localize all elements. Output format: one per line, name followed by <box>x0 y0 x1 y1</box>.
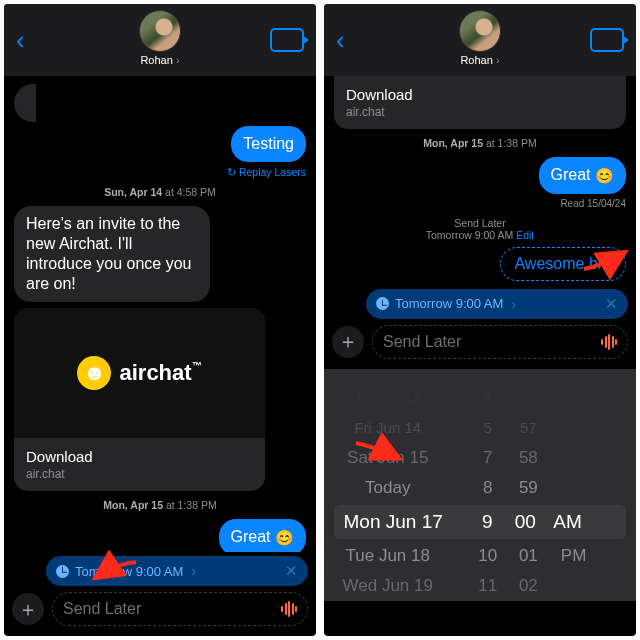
phone-left: ‹ Rohan Testing Replay Lasers Sun, Apr 1… <box>4 4 316 636</box>
facetime-icon[interactable] <box>590 28 624 52</box>
cancel-schedule-icon[interactable]: ✕ <box>605 295 618 313</box>
phone-right: ‹ Rohan Download air.chat Mon, Apr 15 at… <box>324 4 636 636</box>
airchat-wordmark: airchat™ <box>119 360 201 386</box>
cropped-bubble <box>14 84 36 122</box>
contact-name: Rohan <box>140 54 179 66</box>
smile-emoji-icon: 😊 <box>275 529 294 546</box>
schedule-chip[interactable]: Tomorrow 9:00 AM › ✕ <box>366 289 628 319</box>
smile-emoji-icon: 😊 <box>595 167 614 184</box>
message-scroll[interactable]: Download air.chat Mon, Apr 15 at 1:38 PM… <box>324 76 636 285</box>
replay-effect-link[interactable]: Replay Lasers <box>14 166 306 178</box>
schedule-chip-label: Tomorrow 9:00 AM <box>395 296 503 311</box>
avatar <box>459 10 501 52</box>
back-icon[interactable]: ‹ <box>336 25 345 56</box>
compose-area: Tomorrow 9:00 AM › ✕ ＋ Send Later <box>324 285 636 369</box>
input-placeholder: Send Later <box>63 600 141 618</box>
compose-area: Tomorrow 9:00 AM › ✕ ＋ Send Later <box>4 552 316 636</box>
send-later-header: Send Later Tomorrow 9:00 AM Edit <box>334 217 626 241</box>
read-receipt: Read 15/04/24 <box>334 198 626 209</box>
timestamp: Mon, Apr 15 at 1:38 PM <box>334 137 626 149</box>
contact-name: Rohan <box>460 54 499 66</box>
link-domain: air.chat <box>346 105 614 119</box>
picker-row[interactable]: Thu Jun 13456 <box>324 383 636 413</box>
link-title: Download <box>26 448 253 465</box>
picker-row[interactable]: Mon Jun 17900AM <box>334 505 626 539</box>
picker-row[interactable]: Tue Jun 181001PM <box>324 541 636 571</box>
schedule-chip[interactable]: Tomorrow 9:00 AM › ✕ <box>46 556 308 586</box>
link-domain: air.chat <box>26 467 253 481</box>
facetime-icon[interactable] <box>270 28 304 52</box>
message-input[interactable]: Send Later <box>372 325 628 359</box>
chevron-right-icon: › <box>511 296 516 312</box>
contact-block[interactable]: Rohan <box>139 10 181 66</box>
scheduled-message-bubble[interactable]: Awesome bro <box>334 247 626 281</box>
picker-row[interactable]: Today859 <box>324 473 636 503</box>
schedule-chip-label: Tomorrow 9:00 AM <box>75 564 183 579</box>
back-icon[interactable]: ‹ <box>16 25 25 56</box>
voice-record-icon[interactable] <box>601 334 617 350</box>
picker-row[interactable]: Fri Jun 14557 <box>324 413 636 443</box>
message-bubble-sent[interactable]: Great 😊 <box>219 519 306 552</box>
message-bubble-received[interactable]: Here's an invite to the new Airchat. I'l… <box>14 206 306 491</box>
edit-schedule-link[interactable]: Edit <box>516 229 534 241</box>
message-input[interactable]: Send Later <box>52 592 308 626</box>
picker-row[interactable]: Sat Jun 15758 <box>324 443 636 473</box>
contact-block[interactable]: Rohan <box>459 10 501 66</box>
link-preview-card[interactable]: ☻ airchat™ Download air.chat <box>14 308 265 491</box>
invite-text: Here's an invite to the new Airchat. I'l… <box>14 206 210 302</box>
datetime-picker[interactable]: Thu Jun 13456Fri Jun 14557Sat Jun 15758T… <box>324 369 636 601</box>
avatar <box>139 10 181 52</box>
timestamp: Mon, Apr 15 at 1:38 PM <box>14 499 306 511</box>
picker-row[interactable]: Wed Jun 191102 <box>324 571 636 593</box>
timestamp: Sun, Apr 14 at 4:58 PM <box>14 186 306 198</box>
message-scroll[interactable]: Testing Replay Lasers Sun, Apr 14 at 4:5… <box>4 76 316 552</box>
plus-apps-button[interactable]: ＋ <box>332 326 364 358</box>
clock-icon <box>376 297 389 310</box>
voice-record-icon[interactable] <box>281 601 297 617</box>
plus-apps-button[interactable]: ＋ <box>12 593 44 625</box>
message-bubble-sent[interactable]: Testing <box>231 126 306 162</box>
airchat-logo-icon: ☻ <box>77 356 111 390</box>
link-preview-card[interactable]: Download air.chat <box>334 76 626 129</box>
clock-icon <box>56 565 69 578</box>
chat-header: ‹ Rohan <box>4 4 316 76</box>
link-title: Download <box>346 86 614 103</box>
cancel-schedule-icon[interactable]: ✕ <box>285 562 298 580</box>
chevron-right-icon: › <box>191 563 196 579</box>
input-placeholder: Send Later <box>383 333 461 351</box>
chat-header: ‹ Rohan <box>324 4 636 76</box>
link-preview-image: ☻ airchat™ <box>14 308 265 438</box>
message-bubble-sent[interactable]: Great 😊 <box>539 157 626 194</box>
